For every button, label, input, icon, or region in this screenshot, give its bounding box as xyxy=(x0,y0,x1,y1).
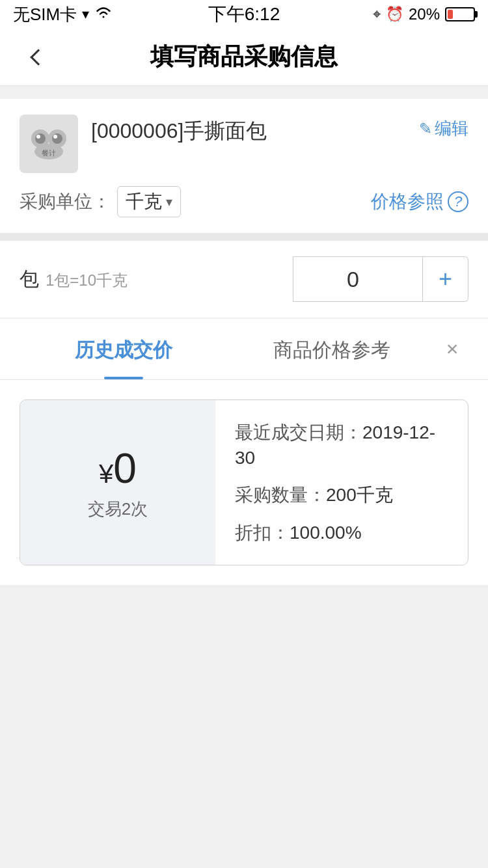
product-left: 餐计 [0000006]手撕面包 xyxy=(20,115,267,173)
unit-selector-group: 采购单位： 千克 ▾ xyxy=(20,186,181,217)
svg-point-5 xyxy=(53,135,57,139)
price-ref-info-icon: ? xyxy=(448,191,468,212)
quantity-row: 包 1包=10千克 + xyxy=(0,241,488,318)
status-time: 下午6:12 xyxy=(208,2,280,27)
transaction-count: 交易2次 xyxy=(88,498,148,521)
product-name: [0000006]手撕面包 xyxy=(91,117,267,146)
dropdown-arrow-icon: ▾ xyxy=(166,194,172,210)
unit-dropdown[interactable]: 千克 ▾ xyxy=(117,186,181,217)
product-unit-row: 采购单位： 千克 ▾ 价格参照 ? xyxy=(20,186,468,217)
quantity-row-info: 采购数量：200千克 xyxy=(235,482,448,508)
product-info: [0000006]手撕面包 xyxy=(91,115,267,146)
nav-bar: 填写商品采购信息 xyxy=(0,29,488,86)
unit-label: 采购单位： xyxy=(20,189,111,214)
back-button[interactable] xyxy=(20,41,52,74)
price-card-area: ¥0 交易2次 最近成交日期：2019-12-30 采购数量：200千克 折扣：… xyxy=(0,380,488,585)
price-right-panel: 最近成交日期：2019-12-30 采购数量：200千克 折扣：100.00% xyxy=(215,400,468,565)
price-reference-button[interactable]: 价格参照 ? xyxy=(371,189,468,214)
svg-point-2 xyxy=(35,133,46,144)
price-card: ¥0 交易2次 最近成交日期：2019-12-30 采购数量：200千克 折扣：… xyxy=(20,400,468,565)
tab-product-price-ref[interactable]: 商品价格参考 xyxy=(228,319,436,379)
divider-bar xyxy=(0,233,488,241)
wifi-label xyxy=(94,5,113,23)
main-content-background xyxy=(0,585,488,868)
svg-point-3 xyxy=(52,133,62,144)
battery-percent: 20% xyxy=(409,5,440,23)
product-card: 餐计 [0000006]手撕面包 ✎ 编辑 采购单位： 千克 ▾ 价格参照 ? xyxy=(0,99,488,233)
unit-conversion-text: 1包=10千克 xyxy=(46,270,128,291)
quantity-control: + xyxy=(293,256,468,302)
recent-date-row: 最近成交日期：2019-12-30 xyxy=(235,420,448,470)
edit-button[interactable]: ✎ 编辑 xyxy=(419,117,468,140)
svg-text:餐计: 餐计 xyxy=(42,149,56,157)
product-thumbnail: 餐计 xyxy=(20,115,78,173)
price-left-panel: ¥0 交易2次 xyxy=(20,400,215,565)
svg-point-4 xyxy=(36,135,40,139)
close-panel-button[interactable]: × xyxy=(436,333,468,366)
battery-icon xyxy=(445,7,475,21)
quantity-left: 包 1包=10千克 xyxy=(20,266,128,293)
price-amount: ¥0 xyxy=(99,444,137,493)
back-arrow-icon xyxy=(30,49,46,65)
alarm-icon: ⏰ xyxy=(386,6,403,23)
gps-icon: ⌖ xyxy=(373,6,381,23)
edit-icon: ✎ xyxy=(419,120,432,138)
carrier-text: 无SIM卡 xyxy=(13,3,77,26)
page-title: 填写商品采购信息 xyxy=(150,41,338,73)
quantity-plus-button[interactable]: + xyxy=(423,256,468,302)
discount-row: 折扣：100.00% xyxy=(235,520,448,545)
bottom-panel: 历史成交价 商品价格参考 × ¥0 交易2次 最近成交日期：2019-12-30… xyxy=(0,319,488,585)
status-right: ⌖ ⏰ 20% xyxy=(373,5,475,23)
package-unit-text: 包 xyxy=(20,266,39,293)
tab-history-price[interactable]: 历史成交价 xyxy=(20,319,228,379)
wifi-icon: ▾ xyxy=(82,6,89,23)
quantity-input[interactable] xyxy=(293,256,423,302)
status-bar: 无SIM卡 ▾ 下午6:12 ⌖ ⏰ 20% xyxy=(0,0,488,29)
tabs-row: 历史成交价 商品价格参考 × xyxy=(0,319,488,380)
status-left: 无SIM卡 ▾ xyxy=(13,3,113,26)
product-header: 餐计 [0000006]手撕面包 ✎ 编辑 xyxy=(20,115,468,173)
